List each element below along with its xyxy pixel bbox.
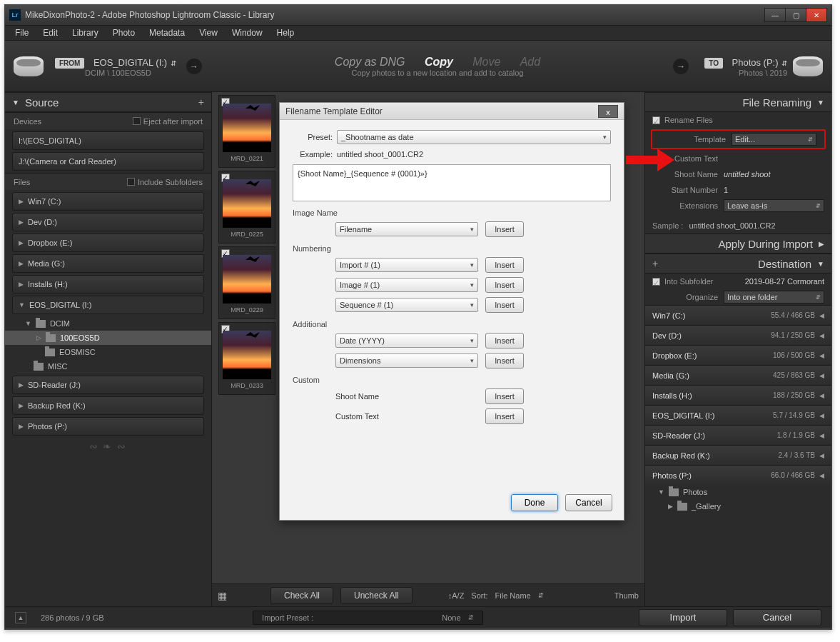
vol-d[interactable]: ▶Dev (D:)	[12, 213, 204, 231]
insert-button[interactable]: Insert	[485, 277, 524, 293]
template-textbox[interactable]: {Shoot Name}_{Sequence # (0001)»}	[293, 164, 611, 201]
menu-library[interactable]: Library	[65, 26, 106, 40]
menubar: File Edit Library Photo Metadata View Wi…	[5, 25, 831, 41]
vol-e[interactable]: ▶Dropbox (E:)	[12, 234, 204, 252]
dest-volume[interactable]: Photos (P:)66.0 / 466 GB◀	[645, 465, 831, 485]
destination-header[interactable]: +Destination▼	[645, 254, 831, 274]
thumb-cell[interactable]: ✓MRD_0221	[218, 95, 275, 168]
cancel-button[interactable]: Cancel	[733, 609, 821, 626]
minimize-button[interactable]: —	[764, 8, 786, 22]
preset-dropdown[interactable]: _Shootname as date▾	[337, 130, 611, 144]
import-button[interactable]: Import	[639, 609, 727, 626]
tree-eosmisc[interactable]: EOSMISC	[5, 345, 211, 359]
grid-view-icon[interactable]: ▦	[218, 590, 228, 601]
dialog-cancel-button[interactable]: Cancel	[565, 494, 612, 511]
devices-label: Devices	[14, 117, 41, 126]
apply-during-import-header[interactable]: Apply During Import▶	[645, 234, 831, 254]
insert-button[interactable]: Insert	[485, 353, 524, 368]
menu-file[interactable]: File	[8, 26, 36, 40]
vol-h[interactable]: ▶Installs (H:)	[12, 275, 204, 294]
to-path: Photos \ 2019	[699, 69, 787, 77]
additional-date-dropdown[interactable]: Date (YYYY)▾	[335, 333, 478, 348]
file-renaming-header[interactable]: File Renaming▼	[645, 92, 831, 112]
dest-disk-icon	[793, 56, 823, 76]
insert-button[interactable]: Insert	[485, 221, 524, 237]
dest-volume[interactable]: Win7 (C:)55.4 / 466 GB◀	[645, 305, 831, 325]
vol-j[interactable]: ▶SD-Reader (J:)	[12, 376, 204, 394]
numbering-image-dropdown[interactable]: Image # (1)▾	[335, 278, 478, 292]
mode-copy-as-dng[interactable]: Copy as DNG	[335, 56, 405, 69]
dest-volume[interactable]: Backup Red (K:)2.4 / 3.6 TB◀	[645, 445, 831, 465]
to-title[interactable]: Photos (P:)	[732, 57, 779, 68]
subfolder-name[interactable]: 2019-08-27 Cormorant	[745, 277, 824, 286]
numbering-import-dropdown[interactable]: Import # (1)▾	[335, 258, 478, 272]
files-label: Files	[14, 178, 30, 186]
rename-files-checkbox[interactable]: ✓	[652, 116, 660, 124]
insert-button[interactable]: Insert	[485, 388, 524, 404]
tree-100eos5d[interactable]: ▷100EOS5D	[5, 331, 211, 345]
mode-copy[interactable]: Copy	[425, 56, 453, 69]
menu-window[interactable]: Window	[225, 26, 270, 40]
extensions-dropdown[interactable]: Leave as-is⇵	[724, 199, 824, 212]
source-header[interactable]: ▼Source+	[5, 92, 211, 112]
template-dropdown[interactable]: Edit...⇵	[732, 133, 816, 146]
shoot-name-field[interactable]: untitled shoot	[724, 170, 824, 179]
dest-volume[interactable]: Dev (D:)94.1 / 250 GB◀	[645, 325, 831, 345]
into-subfolder-checkbox[interactable]: ✓	[652, 278, 660, 286]
eject-checkbox[interactable]	[133, 117, 141, 125]
thumb-cell[interactable]: ✓MRD_0233	[218, 322, 275, 395]
thumbnail-icon	[223, 104, 271, 152]
numbering-sequence-dropdown[interactable]: Sequence # (1)▾	[335, 298, 478, 312]
dest-volume[interactable]: SD-Reader (J:)1.8 / 1.9 GB◀	[645, 425, 831, 445]
dest-tree-gallery[interactable]: ▶_Gallery	[645, 499, 831, 513]
from-arrow-icon[interactable]: →	[186, 59, 202, 74]
vol-c[interactable]: ▶Win7 (C:)	[12, 192, 204, 211]
vol-k[interactable]: ▶Backup Red (K:)	[12, 396, 204, 415]
device-card-reader[interactable]: J:\(Camera or Card Reader)	[12, 152, 204, 171]
dest-volume[interactable]: Dropbox (E:)106 / 500 GB◀	[645, 345, 831, 365]
thumb-cell[interactable]: ✓MRD_0229	[218, 246, 275, 319]
menu-photo[interactable]: Photo	[106, 26, 142, 40]
collapse-icon[interactable]: ▲	[15, 612, 26, 623]
dest-volume[interactable]: Media (G:)425 / 863 GB◀	[645, 365, 831, 385]
sort-value[interactable]: File Name	[495, 591, 531, 600]
dest-volume[interactable]: EOS_DIGITAL (I:)5.7 / 14.9 GB◀	[645, 405, 831, 425]
vol-eos-expanded[interactable]: ▼EOS_DIGITAL (I:)	[12, 296, 204, 314]
menu-help[interactable]: Help	[270, 26, 302, 40]
add-destination-icon[interactable]: +	[652, 258, 658, 269]
insert-button[interactable]: Insert	[485, 408, 524, 424]
dest-tree-photos[interactable]: ▼Photos	[645, 485, 831, 499]
maximize-button[interactable]: ▢	[785, 8, 806, 22]
example-output: untitled shoot_0001.CR2	[337, 150, 423, 159]
start-number-field[interactable]: 1	[724, 186, 824, 194]
vol-g[interactable]: ▶Media (G:)	[12, 254, 204, 273]
insert-button[interactable]: Insert	[485, 257, 524, 273]
thumb-cell[interactable]: ✓MRD_0225	[218, 171, 275, 244]
organize-dropdown[interactable]: Into one folder⇵	[724, 291, 824, 304]
titlebar[interactable]: Lr MikeDixonPhoto-2 - Adobe Photoshop Li…	[5, 5, 831, 25]
done-button[interactable]: Done	[511, 494, 558, 511]
vol-p[interactable]: ▶Photos (P:)	[12, 417, 204, 436]
device-eos[interactable]: I:\(EOS_DIGITAL)	[12, 131, 204, 150]
from-title[interactable]: EOS_DIGITAL (I:)	[93, 57, 167, 68]
additional-dimensions-dropdown[interactable]: Dimensions▾	[335, 353, 478, 368]
include-subfolders-checkbox[interactable]	[127, 178, 135, 186]
to-arrow-icon[interactable]: →	[673, 59, 689, 74]
add-source-icon[interactable]: +	[198, 96, 204, 108]
check-all-button[interactable]: Check All	[270, 587, 333, 604]
mode-add: Add	[520, 56, 540, 69]
imagename-dropdown[interactable]: Filename▾	[335, 222, 478, 236]
close-button[interactable]: ✕	[806, 8, 827, 22]
dest-volume[interactable]: Installs (H:)188 / 250 GB◀	[645, 385, 831, 405]
menu-edit[interactable]: Edit	[36, 26, 65, 40]
dialog-close-button[interactable]: x	[598, 105, 618, 118]
uncheck-all-button[interactable]: Uncheck All	[340, 587, 413, 604]
menu-view[interactable]: View	[192, 26, 225, 40]
insert-button[interactable]: Insert	[485, 333, 524, 348]
menu-metadata[interactable]: Metadata	[142, 26, 192, 40]
tree-misc[interactable]: MISC	[5, 359, 211, 373]
import-preset-value[interactable]: None	[442, 613, 460, 622]
tree-dcim[interactable]: ▼DCIM	[5, 316, 211, 331]
insert-button[interactable]: Insert	[485, 297, 524, 313]
sort-toggle-icon[interactable]: ↕A/Z	[448, 591, 465, 600]
